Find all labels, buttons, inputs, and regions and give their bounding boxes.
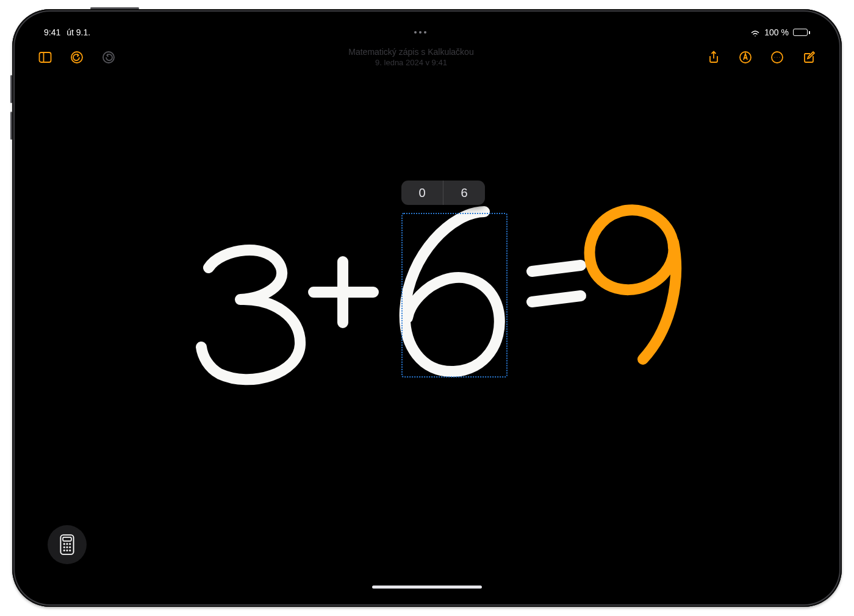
svg-point-16 (70, 546, 71, 548)
svg-point-17 (63, 550, 65, 551)
calculator-button[interactable] (48, 525, 87, 564)
svg-point-13 (70, 543, 71, 545)
screen: 9:41 út 9.1. 100 % (26, 23, 828, 593)
glyph-nine-result (590, 210, 676, 359)
svg-point-14 (63, 546, 65, 548)
svg-point-15 (66, 546, 68, 548)
svg-point-12 (66, 543, 68, 545)
suggestion-option-6[interactable]: 6 (443, 181, 485, 205)
svg-point-11 (63, 543, 65, 545)
power-button-edge (90, 7, 139, 9)
svg-point-19 (70, 550, 71, 551)
glyph-plus (314, 262, 373, 323)
svg-point-18 (66, 550, 68, 551)
note-canvas[interactable]: 0 6 (26, 23, 828, 593)
ipad-frame: 9:41 út 9.1. 100 % (12, 9, 842, 607)
handwriting-selection-box[interactable] (401, 213, 508, 378)
glyph-three (201, 250, 300, 379)
glyph-equals (532, 265, 581, 302)
suggestion-option-0[interactable]: 0 (401, 181, 443, 205)
svg-rect-10 (63, 537, 71, 541)
home-indicator[interactable] (372, 586, 482, 589)
recognition-suggestion-popup: 0 6 (401, 181, 485, 205)
